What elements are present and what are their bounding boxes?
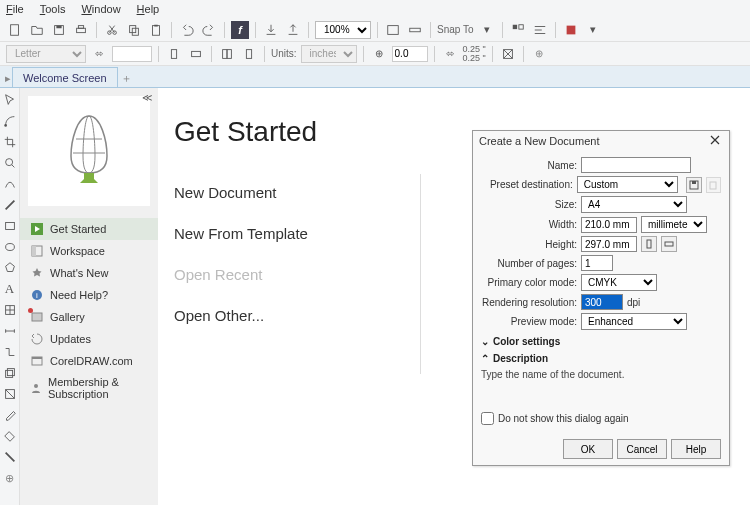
rulers-icon[interactable] <box>406 21 424 39</box>
artistic-tool-icon[interactable] <box>2 197 18 213</box>
tab-welcome[interactable]: Welcome Screen <box>12 67 118 87</box>
page-width[interactable] <box>112 46 152 62</box>
search-icon[interactable]: f <box>231 21 249 39</box>
nav-workspace[interactable]: Workspace <box>20 240 158 262</box>
launch-icon[interactable] <box>562 21 580 39</box>
polygon-tool-icon[interactable] <box>2 260 18 276</box>
zoom-select[interactable]: 100% <box>315 21 371 39</box>
label-res: Rendering resolution: <box>481 297 577 308</box>
ok-button[interactable]: OK <box>563 439 613 459</box>
portrait-icon[interactable] <box>165 45 183 63</box>
checkbox-dont-show[interactable] <box>481 412 494 425</box>
help-button[interactable]: Help <box>671 439 721 459</box>
page-preset[interactable]: Letter <box>6 45 86 63</box>
nudge-icon: ⊕ <box>370 45 388 63</box>
cut-icon[interactable] <box>103 21 121 39</box>
effects-tool-icon[interactable] <box>2 365 18 381</box>
transparency-tool-icon[interactable] <box>2 386 18 402</box>
menu-file[interactable]: File <box>6 3 24 15</box>
label-height: Height: <box>481 239 577 250</box>
export-icon[interactable] <box>284 21 302 39</box>
svg-rect-41 <box>710 182 716 189</box>
nav-updates[interactable]: Updates <box>20 328 158 350</box>
menu-window[interactable]: Window <box>81 3 120 15</box>
nav-need-help[interactable]: i Need Help? <box>20 284 158 306</box>
pick-tool-icon[interactable] <box>2 92 18 108</box>
chevron-down-icon[interactable]: ▾ <box>584 21 602 39</box>
outline-tool-icon[interactable] <box>2 449 18 465</box>
close-icon[interactable] <box>709 134 723 148</box>
section-description[interactable]: ⌃Description <box>481 353 721 364</box>
new-icon[interactable] <box>6 21 24 39</box>
undo-icon[interactable] <box>178 21 196 39</box>
chevron-down-icon[interactable]: ▾ <box>478 21 496 39</box>
align-icon[interactable] <box>531 21 549 39</box>
tab-scroll-left-icon[interactable]: ▸ <box>4 69 12 87</box>
menu-help[interactable]: Help <box>137 3 160 15</box>
menu-tools[interactable]: Tools <box>40 3 66 15</box>
treat-as-icon[interactable] <box>499 45 517 63</box>
select-preset[interactable]: Custom <box>577 176 679 193</box>
cancel-button[interactable]: Cancel <box>617 439 667 459</box>
ellipse-tool-icon[interactable] <box>2 239 18 255</box>
units-select[interactable]: inches <box>301 45 357 63</box>
eyedropper-tool-icon[interactable] <box>2 407 18 423</box>
nudge2: 0.25 " <box>463 54 486 63</box>
text-tool-icon[interactable]: A <box>2 281 18 297</box>
input-width[interactable] <box>581 217 637 233</box>
dup-distance-icon: ⬄ <box>441 45 459 63</box>
tab-label: Welcome Screen <box>23 72 107 84</box>
svg-rect-32 <box>32 246 36 256</box>
collapse-icon[interactable]: ≪ <box>142 92 152 103</box>
landscape-orient-icon[interactable] <box>661 236 677 252</box>
save-icon[interactable] <box>50 21 68 39</box>
nav-get-started[interactable]: Get Started <box>20 218 158 240</box>
save-preset-icon[interactable] <box>686 177 701 193</box>
paste-icon[interactable] <box>147 21 165 39</box>
shape-tool-icon[interactable] <box>2 113 18 129</box>
section-color-settings[interactable]: ⌄Color settings <box>481 336 721 347</box>
tab-add-icon[interactable]: ＋ <box>118 69 136 87</box>
select-preview[interactable]: Enhanced <box>581 313 687 330</box>
label-name: Name: <box>481 160 577 171</box>
landscape-icon[interactable] <box>187 45 205 63</box>
nav-coreldraw[interactable]: CorelDRAW.com <box>20 350 158 372</box>
select-size[interactable]: A4 <box>581 196 687 213</box>
page-single-icon[interactable] <box>240 45 258 63</box>
play-icon <box>30 222 44 236</box>
rectangle-tool-icon[interactable] <box>2 218 18 234</box>
input-resolution[interactable] <box>581 294 623 310</box>
label-pages: Number of pages: <box>481 258 577 269</box>
open-icon[interactable] <box>28 21 46 39</box>
select-color-mode[interactable]: CMYK <box>581 274 657 291</box>
snap-label[interactable]: Snap To <box>437 24 474 35</box>
connector-tool-icon[interactable] <box>2 344 18 360</box>
nav-gallery[interactable]: Gallery <box>20 306 158 328</box>
input-pages[interactable] <box>581 255 613 271</box>
chevron-icon: ⌃ <box>481 353 489 364</box>
nav-whats-new[interactable]: What's New <box>20 262 158 284</box>
select-units[interactable]: millimeters <box>641 216 707 233</box>
print-icon[interactable] <box>72 21 90 39</box>
nav-membership[interactable]: Membership & Subscription <box>20 372 158 404</box>
copy-icon[interactable] <box>125 21 143 39</box>
add-tool-icon[interactable]: ⊕ <box>2 470 18 486</box>
redo-icon[interactable] <box>200 21 218 39</box>
fullscreen-icon[interactable] <box>384 21 402 39</box>
options-icon[interactable] <box>509 21 527 39</box>
gallery-icon <box>30 310 44 324</box>
add-icon[interactable]: ⊕ <box>530 45 548 63</box>
freehand-tool-icon[interactable] <box>2 176 18 192</box>
input-name[interactable] <box>581 157 691 173</box>
portrait-orient-icon[interactable] <box>641 236 657 252</box>
zoom-tool-icon[interactable] <box>2 155 18 171</box>
crop-tool-icon[interactable] <box>2 134 18 150</box>
import-icon[interactable] <box>262 21 280 39</box>
pages-icon[interactable] <box>218 45 236 63</box>
nudge-input[interactable] <box>392 46 428 62</box>
star-icon <box>30 266 44 280</box>
input-height[interactable] <box>581 236 637 252</box>
fill-tool-icon[interactable] <box>2 428 18 444</box>
table-tool-icon[interactable] <box>2 302 18 318</box>
dimension-tool-icon[interactable] <box>2 323 18 339</box>
